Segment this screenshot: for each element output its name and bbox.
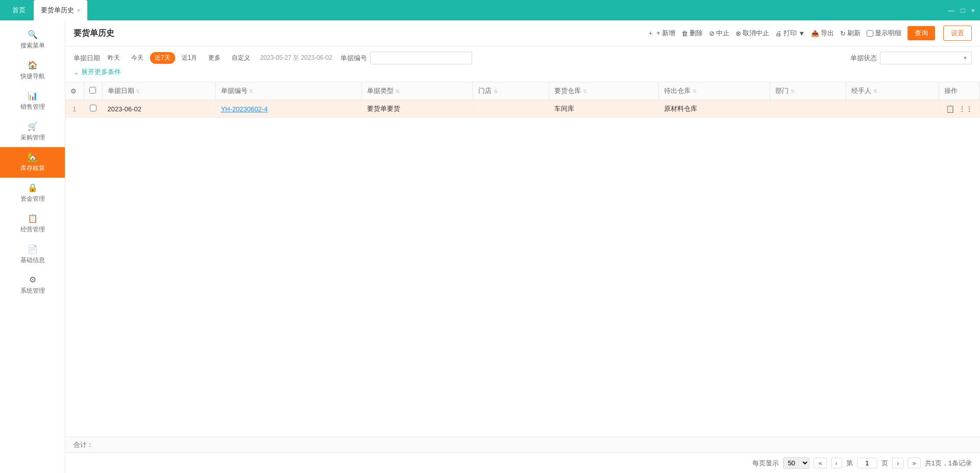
col-date[interactable]: 单据日期 ⇅ [102,82,215,100]
sidebar-item-basic-info[interactable]: 📄 基础信息 [0,239,65,270]
next-page-button[interactable]: › [892,458,903,468]
date-filter-label: 单据日期 [74,54,100,63]
first-page-button[interactable]: « [814,458,826,468]
sort-pending-wh-icon: ⇅ [693,88,697,94]
add-button[interactable]: ＋ + 新增 [647,29,675,38]
minimize-icon[interactable]: — [948,7,955,14]
status-select-wrapper [880,52,972,64]
sort-doctype-icon: ⇅ [396,88,400,94]
last-page-button[interactable]: » [908,458,920,468]
col-settings[interactable]: ⚙ [65,82,84,100]
row-view-icon-0[interactable]: 📋 [946,105,954,113]
date-btn-7days[interactable]: 近7天 [150,52,175,64]
add-icon: ＋ [647,29,654,38]
sidebar-item-finance[interactable]: 🔒 资金管理 [0,178,65,208]
purchase-icon: 🛒 [28,122,38,131]
row-dept-0 [770,100,846,118]
col-req-warehouse[interactable]: 要货仓库 ⇅ [549,82,659,100]
date-btn-custom[interactable]: 自定义 [227,52,255,64]
pagination: 每页显示 50 10 20 100 « ‹ 第 页 › » 共1页，1条记录 [65,453,980,473]
system-icon: ⚙ [29,275,36,285]
sidebar-item-label-search: 搜索菜单 [20,41,45,50]
total-info: 共1页，1条记录 [925,459,972,468]
query-button[interactable]: 查询 [908,26,935,40]
row-num-0: 1 [65,100,84,118]
status-select[interactable] [880,52,972,64]
delete-button[interactable]: 🗑 删除 [681,29,703,38]
date-btn-yesterday[interactable]: 昨天 [103,52,125,64]
quick-nav-icon: 🏠 [28,60,38,70]
operation-icon: 📋 [28,214,38,223]
page-num-prefix: 第 [846,459,853,468]
chevron-down-icon: ⌄ [74,68,79,76]
stop-icon: ⊘ [709,30,715,37]
maximize-icon[interactable]: □ [961,7,965,14]
date-btn-today[interactable]: 今天 [127,52,148,64]
page-num-input[interactable] [857,458,877,468]
date-buttons: 昨天 今天 近7天 近1月 更多 自定义 [103,52,255,64]
filter-group-date: 单据日期 昨天 今天 近7天 近1月 更多 自定义 2023-05-27 至 2… [74,52,332,64]
top-bar-right: — □ × [948,7,975,14]
filter-area: 单据日期 昨天 今天 近7天 近1月 更多 自定义 2023-05-27 至 2… [65,46,980,82]
col-doc-no[interactable]: 单据编号 ⇅ [215,82,361,100]
prev-page-button[interactable]: ‹ [831,458,842,468]
main-layout: 🔍 搜索菜单 🏠 快捷导航 📊 销售管理 🛒 采购管理 🏡 库存核算 🔒 资金管… [0,20,980,473]
close-window-icon[interactable]: × [971,7,975,14]
col-store[interactable]: 门店 ⇅ [473,82,549,100]
export-button[interactable]: 📤 导出 [811,29,834,38]
sort-date-icon: ⇅ [136,88,140,94]
col-handler[interactable]: 经手人 ⇅ [846,82,939,100]
col-pending-warehouse[interactable]: 待出仓库 ⇅ [658,82,770,100]
content-area: 要货单历史 ＋ + 新增 🗑 删除 ⊘ 中止 ⊗ 取消中止 [65,20,980,473]
tab-close-icon[interactable]: × [77,7,80,13]
row-actions-0: 📋 ⋮⋮ [939,100,980,118]
tab-home[interactable]: 首页 [5,0,33,20]
expand-conditions-button[interactable]: ⌄ 展开更多条件 [74,67,972,77]
sidebar-item-operation[interactable]: 📋 经营管理 [0,208,65,239]
select-all-checkbox[interactable] [89,87,96,93]
sidebar-item-inventory[interactable]: 🏡 库存核算 [0,147,65,178]
status-label: 单据状态 [850,54,877,63]
table-header-row: ⚙ 单据日期 ⇅ 单据编号 ⇅ 单据类型 ⇅ 门店 ⇅ 要货仓库 ⇅ 待出仓库 … [65,82,980,100]
sidebar-item-system[interactable]: ⚙ 系统管理 [0,270,65,300]
sidebar-item-purchase[interactable]: 🛒 采购管理 [0,116,65,147]
date-btn-more[interactable]: 更多 [204,52,225,64]
col-dept[interactable]: 部门 ⇅ [770,82,846,100]
doc-no-input[interactable] [370,52,472,64]
page-suffix: 页 [881,459,888,468]
cancel-stop-button[interactable]: ⊗ 取消中止 [736,29,769,38]
row-req-wh-0: 车间库 [549,100,659,118]
col-doc-type[interactable]: 单据类型 ⇅ [361,82,473,100]
row-more-icon-0[interactable]: ⋮⋮ [959,105,973,113]
display-detail-toggle[interactable]: 显示明细 [867,29,901,38]
row-select-checkbox-0[interactable] [90,105,96,111]
home-tab-label: 首页 [12,6,26,15]
doc-no-label: 单据编号 [340,54,367,63]
refresh-button[interactable]: ↻ 刷新 [840,29,861,38]
stop-button[interactable]: ⊘ 中止 [709,29,729,38]
data-table: ⚙ 单据日期 ⇅ 单据编号 ⇅ 单据类型 ⇅ 门店 ⇅ 要货仓库 ⇅ 待出仓库 … [65,82,980,118]
summary-label: 合计： [74,441,93,448]
display-detail-checkbox[interactable] [867,30,873,37]
sidebar-item-quick-nav[interactable]: 🏠 快捷导航 [0,55,65,86]
date-range-display: 2023-05-27 至 2023-06-02 [260,54,332,62]
sidebar-item-label-operation: 经营管理 [20,225,45,234]
table-row: 1 2023-06-02 YH-20230602-4 要货单要货 车间库 原材料… [65,100,980,118]
sidebar-item-label-system: 系统管理 [20,287,45,295]
search-menu-icon: 🔍 [28,30,38,39]
sidebar-item-label-purchase: 采购管理 [20,133,45,142]
tab-active[interactable]: 要货单历史 × [34,0,87,20]
settings-button[interactable]: 设置 [943,26,972,41]
page-size-select[interactable]: 50 10 20 100 [783,457,810,469]
col-checkbox [84,82,102,100]
table-area: ⚙ 单据日期 ⇅ 单据编号 ⇅ 单据类型 ⇅ 门店 ⇅ 要货仓库 ⇅ 待出仓库 … [65,82,980,437]
sidebar-item-search-menu[interactable]: 🔍 搜索菜单 [0,25,65,55]
inventory-icon: 🏡 [28,152,38,162]
per-page-label: 每页显示 [752,459,779,468]
row-docno-link-0[interactable]: YH-20230602-4 [221,105,268,113]
sidebar-item-label-quick-nav: 快捷导航 [20,72,45,81]
sidebar-item-sales[interactable]: 📊 销售管理 [0,86,65,116]
row-checkbox-0 [84,100,102,118]
date-btn-1month[interactable]: 近1月 [177,52,202,64]
print-button[interactable]: 🖨 打印 ▼ [775,29,805,38]
